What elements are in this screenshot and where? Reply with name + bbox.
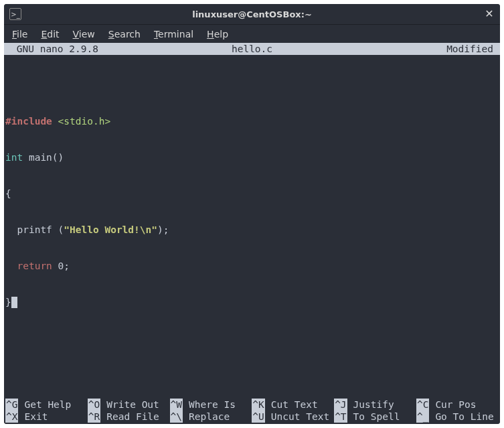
code-line: printf ("Hello World!\n"); — [5, 224, 499, 236]
code-line: } — [5, 296, 499, 308]
shortcut-exit[interactable]: ^XExit — [5, 411, 88, 423]
menu-help[interactable]: Help — [200, 26, 235, 42]
menu-search[interactable]: Search — [102, 26, 147, 42]
close-button[interactable]: ✕ — [484, 9, 495, 19]
editor-body[interactable]: #include <stdio.h> int main() { printf (… — [4, 55, 500, 399]
terminal-window: >_ linuxuser@CentOSBox:~ ✕ File Edit Vie… — [4, 4, 500, 424]
code-line: return 0; — [5, 260, 499, 272]
shortcut-cut-text[interactable]: ^KCut Text — [252, 399, 334, 411]
shortcut-go-to-line[interactable]: ^_Go To Line — [416, 411, 499, 423]
shortcut-uncut-text[interactable]: ^UUncut Text — [252, 411, 334, 423]
shortcut-get-help[interactable]: ^GGet Help — [5, 399, 88, 411]
window-title: linuxuser@CentOSBox:~ — [192, 9, 312, 19]
nano-version: GNU nano 2.9.8 — [5, 43, 168, 55]
menu-view[interactable]: View — [66, 26, 102, 42]
shortcut-replace[interactable]: ^\Replace — [170, 411, 252, 423]
code-line: int main() — [5, 151, 499, 163]
cursor — [11, 297, 17, 308]
nano-filename: hello.c — [168, 43, 336, 55]
shortcut-write-out[interactable]: ^OWrite Out — [88, 399, 170, 411]
shortcut-where-is[interactable]: ^WWhere Is — [170, 399, 252, 411]
blank-line — [5, 79, 499, 91]
shortcut-justify[interactable]: ^JJustify — [334, 399, 416, 411]
nano-modified-status: Modified — [336, 43, 499, 55]
code-line: #include <stdio.h> — [5, 115, 499, 127]
shortcut-read-file[interactable]: ^RRead File — [88, 411, 170, 423]
shortcut-cur-pos[interactable]: ^CCur Pos — [416, 399, 499, 411]
menu-file[interactable]: File — [9, 26, 34, 42]
menubar: File Edit View Search Terminal Help — [4, 24, 500, 43]
menu-edit[interactable]: Edit — [34, 26, 66, 42]
menu-terminal[interactable]: Terminal — [147, 26, 200, 42]
terminal-icon: >_ — [9, 8, 21, 20]
titlebar: >_ linuxuser@CentOSBox:~ ✕ — [4, 4, 500, 24]
terminal-area[interactable]: GNU nano 2.9.8 hello.c Modified #include… — [4, 43, 500, 424]
shortcut-bar: ^GGet Help ^OWrite Out ^WWhere Is ^KCut … — [4, 399, 500, 424]
nano-header: GNU nano 2.9.8 hello.c Modified — [4, 43, 500, 55]
shortcut-to-spell[interactable]: ^TTo Spell — [334, 411, 416, 423]
code-line: { — [5, 188, 499, 200]
